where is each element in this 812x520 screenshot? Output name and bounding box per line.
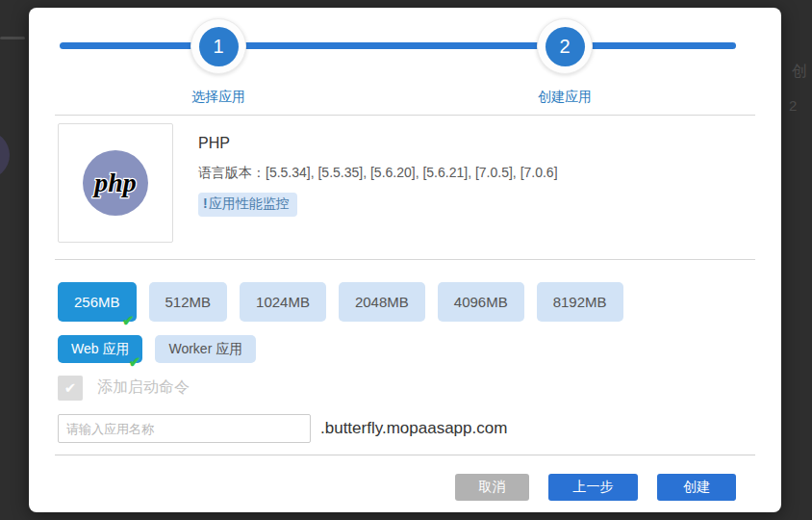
memory-option-1024mb[interactable]: 1024MB bbox=[240, 282, 326, 322]
cancel-button[interactable]: 取消 bbox=[455, 474, 529, 501]
app-type-label: Worker 应用 bbox=[168, 341, 242, 358]
versions-label: 语言版本： bbox=[198, 165, 266, 180]
selected-check-icon: ✔ bbox=[122, 313, 135, 327]
dialog-footer: 取消 上一步 创建 bbox=[29, 455, 781, 501]
apm-badge-label: 应用性能监控 bbox=[209, 195, 290, 211]
selected-app-section: php PHP 语言版本：[5.5.34], [5.5.35], [5.6.20… bbox=[29, 116, 781, 250]
apm-badge: !应用性能监控 bbox=[198, 193, 297, 217]
exclamation-icon: ! bbox=[203, 195, 208, 211]
create-app-dialog: 1 选择应用 2 创建应用 php PHP 语言版本：[5.5.34], [5.… bbox=[29, 8, 781, 512]
app-versions: 语言版本：[5.5.34], [5.5.35], [5.6.20], [5.6.… bbox=[198, 165, 558, 182]
step-2-number: 2 bbox=[546, 27, 585, 66]
previous-step-button[interactable]: 上一步 bbox=[548, 474, 638, 501]
dimmed-page-text: 创 bbox=[792, 62, 807, 82]
app-title: PHP bbox=[198, 135, 558, 152]
app-type-web[interactable]: Web 应用 ✔ bbox=[58, 335, 142, 363]
memory-option-4096mb[interactable]: 4096MB bbox=[438, 282, 524, 322]
memory-option-8192mb[interactable]: 8192MB bbox=[537, 282, 623, 322]
stepper: 1 选择应用 2 创建应用 bbox=[29, 8, 781, 115]
app-type-worker[interactable]: Worker 应用 bbox=[155, 335, 256, 363]
domain-suffix: .butterfly.mopaasapp.com bbox=[320, 419, 507, 438]
memory-option-label: 512MB bbox=[165, 294, 212, 310]
memory-option-label: 2048MB bbox=[355, 294, 409, 310]
step-1-number: 1 bbox=[199, 27, 239, 66]
memory-option-256mb[interactable]: 256MB ✔ bbox=[58, 282, 137, 322]
dimmed-page-logo-fragment bbox=[0, 131, 10, 179]
startup-command-label: 添加启动命令 bbox=[97, 377, 190, 398]
app-type-row: Web 应用 ✔ Worker 应用 bbox=[29, 322, 781, 363]
svg-text:php: php bbox=[92, 168, 137, 197]
app-name-input[interactable] bbox=[58, 414, 311, 443]
step-2-create-app: 2 创建应用 bbox=[507, 18, 622, 106]
selected-check-icon: ✔ bbox=[129, 354, 141, 369]
app-type-label: Web 应用 bbox=[71, 341, 129, 358]
startup-command-checkbox[interactable]: ✔ bbox=[58, 376, 83, 401]
startup-command-row: ✔ 添加启动命令 bbox=[29, 363, 781, 401]
step-2-label: 创建应用 bbox=[507, 89, 622, 106]
memory-options-row: 256MB ✔ 512MB 1024MB 2048MB 4096MB 8192M… bbox=[29, 260, 781, 322]
memory-option-label: 4096MB bbox=[454, 294, 508, 310]
memory-option-2048mb[interactable]: 2048MB bbox=[339, 282, 425, 322]
app-info: PHP 语言版本：[5.5.34], [5.5.35], [5.6.20], [… bbox=[198, 123, 558, 250]
php-logo-icon: php bbox=[81, 148, 150, 218]
app-name-row: .butterfly.mopaasapp.com bbox=[29, 401, 781, 443]
memory-option-512mb[interactable]: 512MB bbox=[149, 282, 228, 322]
memory-option-label: 8192MB bbox=[553, 294, 607, 310]
dimmed-page-fragment bbox=[0, 37, 25, 39]
memory-option-label: 1024MB bbox=[256, 294, 310, 310]
step-1-node: 1 bbox=[190, 18, 246, 74]
create-button[interactable]: 创建 bbox=[657, 474, 736, 501]
step-2-node: 2 bbox=[537, 18, 593, 74]
step-1-label: 选择应用 bbox=[161, 89, 276, 106]
versions-list: [5.5.34], [5.5.35], [5.6.20], [5.6.21], … bbox=[266, 165, 558, 180]
php-app-card[interactable]: php bbox=[58, 123, 173, 243]
dimmed-page-text: 2 bbox=[789, 97, 797, 114]
memory-option-label: 256MB bbox=[74, 294, 120, 310]
step-1-select-app: 1 选择应用 bbox=[161, 18, 276, 106]
